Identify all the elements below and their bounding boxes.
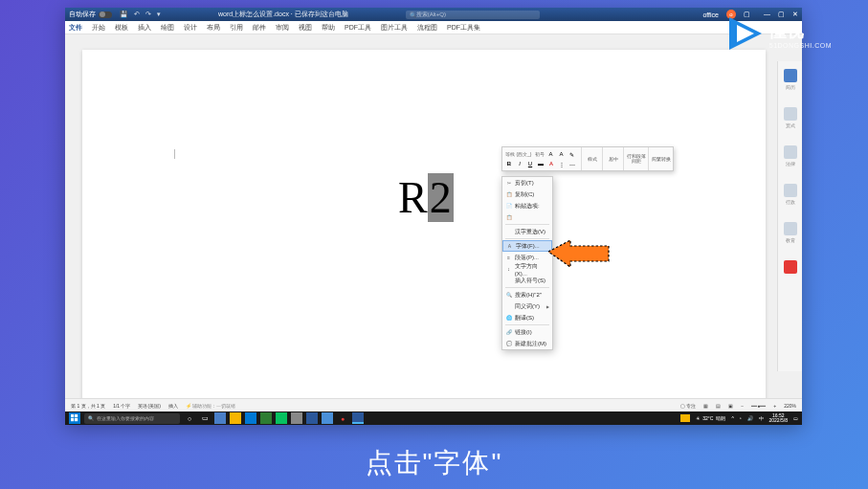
- notifications-icon[interactable]: ▭: [793, 415, 798, 421]
- tab-flowchart[interactable]: 流程图: [417, 23, 437, 33]
- style-section[interactable]: 样式: [581, 147, 602, 170]
- view-read-icon[interactable]: ▤: [716, 403, 721, 409]
- numbering-icon[interactable]: ⋯: [568, 160, 576, 167]
- panel-item-wide[interactable]: 宽式: [784, 107, 797, 128]
- insert-mode[interactable]: 插入: [168, 403, 178, 409]
- panel-item-edu[interactable]: 教育: [784, 222, 797, 243]
- tab-mailings[interactable]: 邮件: [253, 23, 266, 33]
- tab-template[interactable]: 模板: [115, 23, 128, 33]
- zoom-level[interactable]: 220%: [784, 403, 796, 409]
- menu-search[interactable]: 🔍搜索(H)"2": [502, 289, 552, 300]
- convert-section[interactable]: 简繁转换: [648, 147, 673, 170]
- menu-copy[interactable]: 📋复制(C): [502, 189, 552, 200]
- tab-references[interactable]: 引用: [230, 23, 243, 33]
- underline-icon[interactable]: U: [526, 160, 534, 167]
- view-layout-icon[interactable]: ▦: [703, 403, 708, 409]
- center-section[interactable]: 居中: [602, 147, 623, 170]
- clock[interactable]: 16:52 2022/5/8: [769, 413, 788, 423]
- bold-icon[interactable]: B: [505, 160, 513, 167]
- selected-text: 2: [428, 173, 454, 222]
- tab-insert[interactable]: 插入: [138, 23, 151, 33]
- autosave-toggle[interactable]: [99, 11, 112, 18]
- menu-link[interactable]: 🔗链接(I): [502, 326, 552, 338]
- tab-review[interactable]: 审阅: [276, 23, 289, 33]
- weather[interactable]: ☀ 32°C 晴朗: [696, 415, 725, 421]
- paste-icon: 📄: [505, 203, 512, 210]
- menu-paste[interactable]: 📄粘贴选项:: [502, 200, 552, 211]
- document-text[interactable]: R2: [398, 172, 454, 223]
- zoom-out-icon[interactable]: −: [741, 403, 744, 409]
- redo-icon[interactable]: ↷: [145, 11, 151, 18]
- taskbar-search[interactable]: 🔍 在这里输入你要搜索的内容: [84, 413, 180, 424]
- tab-pdf-tools[interactable]: PDF工具: [345, 23, 371, 33]
- undo-icon[interactable]: ↶: [134, 11, 140, 18]
- tab-file[interactable]: 文件: [69, 23, 82, 33]
- app-icon-2[interactable]: [230, 412, 241, 424]
- cortana-icon[interactable]: ○: [184, 412, 195, 424]
- word-count[interactable]: 1/1 个字: [113, 403, 130, 409]
- tab-layout[interactable]: 布局: [207, 23, 220, 33]
- menu-paste-options[interactable]: 📋: [502, 211, 552, 223]
- panel-item-resume[interactable]: 简历: [784, 69, 797, 90]
- tray-icon-3[interactable]: 中: [759, 415, 764, 421]
- tab-view[interactable]: 视图: [299, 23, 312, 33]
- page-info[interactable]: 第 1 页，共 1 页: [71, 403, 105, 409]
- direction-icon: ↕: [505, 266, 512, 273]
- font-size-dropdown[interactable]: 初号: [535, 151, 545, 157]
- translate-icon: 🌐: [505, 315, 512, 322]
- record-icon[interactable]: ●: [337, 412, 348, 424]
- tray-icon-1[interactable]: ▫: [740, 415, 742, 421]
- spacing-section[interactable]: 行和段落间距: [623, 147, 648, 170]
- font-icon: A: [506, 243, 513, 250]
- word-taskbar-icon[interactable]: [352, 412, 364, 424]
- tab-picture-tools[interactable]: 图片工具: [381, 23, 408, 33]
- page[interactable]: R2: [82, 50, 766, 398]
- wechat-icon[interactable]: [276, 412, 287, 424]
- increase-font-icon[interactable]: A: [547, 150, 555, 158]
- bullets-icon[interactable]: ⋮: [558, 160, 566, 167]
- panel-item-legal[interactable]: 法律: [784, 145, 797, 167]
- zoom-in-icon[interactable]: +: [773, 403, 776, 409]
- tab-pdf-toolset[interactable]: PDF工具集: [447, 23, 480, 33]
- decrease-font-icon[interactable]: A: [558, 150, 566, 158]
- app-icon-4[interactable]: [291, 412, 302, 424]
- titlebar: 自动保存 💾 ↶ ↷ ▾ word上标怎么设置.docx · 已保存到这台电脑 …: [65, 8, 802, 21]
- panel-item-admin[interactable]: 行政: [784, 184, 797, 205]
- tray-icon-2[interactable]: 🔊: [747, 415, 753, 421]
- highlight-icon[interactable]: ▬: [537, 160, 545, 167]
- tab-design[interactable]: 设计: [184, 23, 197, 33]
- tray-chevron-icon[interactable]: ^: [731, 415, 733, 421]
- app-icon-3[interactable]: [245, 412, 256, 424]
- menu-translate[interactable]: 🌐翻译(S): [502, 312, 552, 323]
- app-icon-6[interactable]: [322, 412, 333, 424]
- font-name-dropdown[interactable]: 等线 (西文_): [505, 151, 532, 157]
- tab-help[interactable]: 帮助: [322, 23, 335, 33]
- format-painter-icon[interactable]: ✎: [568, 150, 576, 158]
- menu-new-comment[interactable]: 💬新建批注(M): [502, 338, 552, 349]
- menu-cut[interactable]: ✂剪切(T): [502, 177, 552, 189]
- start-button[interactable]: [69, 412, 80, 424]
- tab-home[interactable]: 开始: [92, 23, 105, 33]
- link-icon: 🔗: [505, 329, 512, 336]
- app-icon-1[interactable]: [214, 412, 226, 424]
- taskview-icon[interactable]: ▭: [199, 412, 211, 424]
- view-web-icon[interactable]: ▣: [728, 403, 733, 409]
- qat-dropdown-icon[interactable]: ▾: [157, 11, 161, 18]
- font-color-icon[interactable]: A: [547, 160, 555, 167]
- accessibility[interactable]: ⚡ 辅助功能：一切就绪: [186, 403, 235, 409]
- save-icon[interactable]: 💾: [120, 11, 128, 18]
- gift-icon: [784, 260, 797, 274]
- resume-icon: [784, 69, 797, 82]
- panel-item-gift[interactable]: [784, 260, 797, 274]
- language[interactable]: 英语(美国): [138, 403, 160, 409]
- tab-draw[interactable]: 绘图: [161, 23, 174, 33]
- italic-icon[interactable]: I: [516, 160, 523, 167]
- focus-mode[interactable]: ▢ 专注: [680, 403, 696, 409]
- menu-synonyms[interactable]: 同义词(Y)▶: [502, 300, 552, 312]
- zoom-slider[interactable]: ━━●━━: [751, 403, 766, 409]
- caption: 点击"字体": [0, 445, 868, 481]
- explorer-tray-icon[interactable]: [680, 414, 690, 422]
- edge-icon[interactable]: [260, 412, 272, 424]
- app-icon-5[interactable]: [306, 412, 318, 424]
- search-box[interactable]: 🔍 搜索(Alt+Q): [406, 11, 540, 19]
